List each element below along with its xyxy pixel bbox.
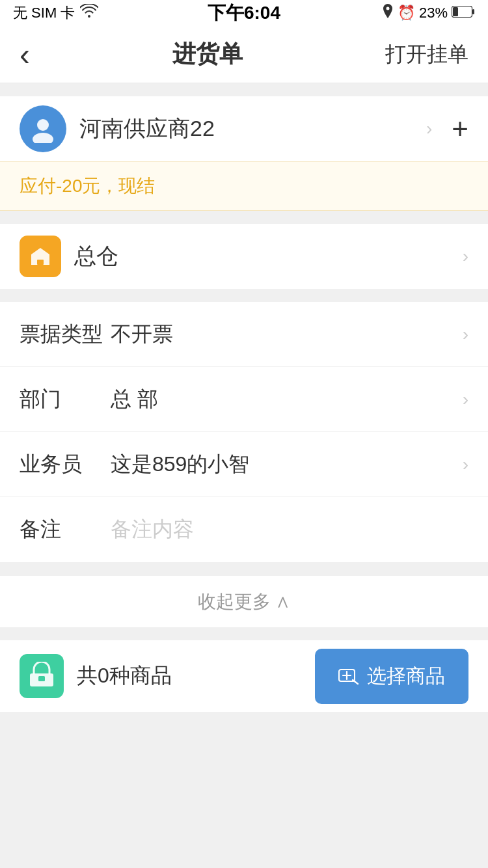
select-product-button[interactable]: 选择商品 — [315, 649, 468, 704]
supplier-arrow-icon: › — [426, 118, 432, 139]
supplier-name: 河南供应商22 — [79, 114, 426, 144]
content-area: 河南供应商22 › + 应付-20元，现结 总仓 › 票据类型 不开票 › 部门… — [0, 83, 488, 868]
remark-row[interactable]: 备注 备注内容 — [0, 497, 488, 562]
department-label: 部门 — [20, 385, 104, 414]
product-count: 共0种商品 — [77, 662, 315, 690]
form-section: 票据类型 不开票 › 部门 总 部 › 业务员 这是859的小智 › 备注 备注… — [0, 302, 488, 562]
invoice-type-arrow-icon: › — [463, 324, 468, 345]
salesperson-row[interactable]: 业务员 这是859的小智 › — [0, 432, 488, 497]
supplier-row[interactable]: 河南供应商22 › + — [0, 96, 488, 161]
warehouse-icon — [20, 236, 61, 277]
status-bar: 无 SIM 卡 下午6:04 ⏰ 23% — [0, 0, 488, 26]
select-product-label: 选择商品 — [367, 663, 445, 690]
svg-point-0 — [386, 7, 389, 10]
invoice-type-label: 票据类型 — [20, 320, 104, 349]
gap-1 — [0, 83, 488, 96]
status-right: ⏰ 23% — [382, 4, 475, 22]
remark-value[interactable]: 备注内容 — [104, 515, 468, 544]
page-title: 进货单 — [172, 38, 243, 70]
collapse-label: 收起更多 ∧ — [198, 590, 291, 614]
battery-icon — [452, 5, 475, 21]
svg-point-4 — [37, 119, 49, 131]
bottom-bar: 共0种商品 选择商品 — [0, 640, 488, 712]
notice-bar: 应付-20元，现结 — [0, 161, 488, 211]
salesperson-value: 这是859的小智 — [104, 450, 463, 479]
invoice-type-value: 不开票 — [104, 320, 463, 349]
add-supplier-button[interactable]: + — [452, 115, 468, 143]
department-value: 总 部 — [104, 385, 463, 414]
supplier-card: 河南供应商22 › + 应付-20元，现结 — [0, 96, 488, 211]
status-left: 无 SIM 卡 — [13, 3, 98, 23]
alarm-icon: ⏰ — [398, 5, 415, 21]
svg-rect-3 — [472, 9, 474, 14]
notice-text: 应付-20元，现结 — [20, 176, 155, 196]
wifi-icon — [80, 4, 98, 22]
svg-rect-6 — [37, 260, 44, 265]
open-pending-button[interactable]: 打开挂单 — [385, 40, 468, 69]
remark-label: 备注 — [20, 515, 104, 544]
nav-bar: ‹ 进货单 打开挂单 — [0, 26, 488, 83]
department-row[interactable]: 部门 总 部 › — [0, 367, 488, 432]
battery-percent: 23% — [419, 5, 448, 21]
location-icon — [382, 4, 394, 22]
salesperson-label: 业务员 — [20, 450, 104, 479]
warehouse-row[interactable]: 总仓 › — [0, 224, 488, 289]
svg-rect-8 — [38, 676, 45, 681]
back-button[interactable]: ‹ — [20, 36, 30, 72]
product-icon — [20, 654, 64, 698]
svg-rect-2 — [453, 7, 458, 16]
warehouse-arrow-icon: › — [463, 246, 468, 267]
svg-point-5 — [33, 133, 53, 143]
department-arrow-icon: › — [463, 389, 468, 410]
warehouse-name: 总仓 — [74, 241, 463, 271]
supplier-avatar — [20, 105, 66, 152]
salesperson-arrow-icon: › — [463, 454, 468, 475]
page-bg — [0, 712, 488, 868]
sim-label: 无 SIM 卡 — [13, 3, 75, 23]
collapse-bar[interactable]: 收起更多 ∧ — [0, 575, 488, 627]
invoice-type-row[interactable]: 票据类型 不开票 › — [0, 302, 488, 367]
status-time: 下午6:04 — [208, 1, 280, 25]
